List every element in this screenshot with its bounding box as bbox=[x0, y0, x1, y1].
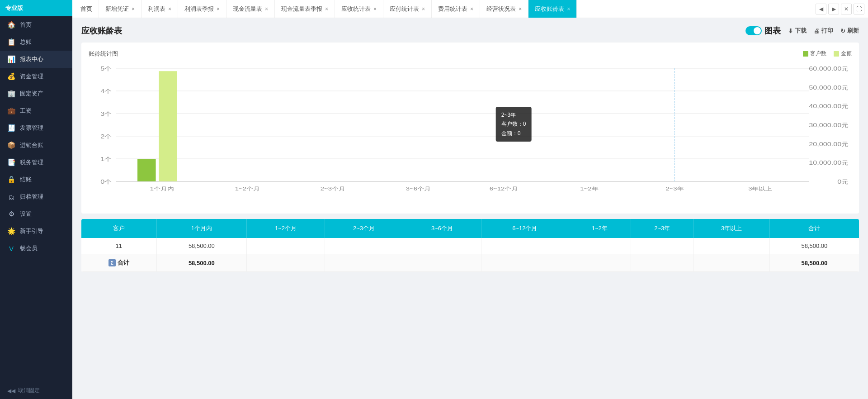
sidebar-item-tax[interactable]: 📑 税务管理 bbox=[0, 154, 72, 171]
total-label-text: 合计 bbox=[118, 259, 129, 267]
tab-close-all-btn[interactable]: ✕ bbox=[841, 4, 852, 14]
chart-title: 账龄统计图 bbox=[89, 50, 852, 58]
content-area: 应收账龄表 图表 ⬇ 下载 🖨 打印 ↻ 刷新 bbox=[72, 18, 868, 399]
tab-business[interactable]: 经营状况表 × bbox=[480, 0, 528, 18]
chart-container: 账龄统计图 客户数 金额 5个 4个 3个 2个 1个 bbox=[81, 43, 859, 214]
tab-expense-close[interactable]: × bbox=[470, 6, 473, 12]
sidebar-item-ledger[interactable]: 📋 总账 bbox=[0, 33, 72, 51]
tab-ar-aging-close[interactable]: × bbox=[567, 6, 570, 12]
tab-expense[interactable]: 费用统计表 × bbox=[432, 0, 480, 18]
tab-ar-aging-label: 应收账龄表 bbox=[535, 5, 564, 13]
sidebar-item-label: 发票管理 bbox=[20, 124, 43, 132]
tab-ar-stat-close[interactable]: × bbox=[373, 6, 377, 12]
cell-total: 58,500.00 bbox=[769, 238, 859, 254]
tab-business-close[interactable]: × bbox=[519, 6, 522, 12]
chart-svg-wrapper: 5个 4个 3个 2个 1个 0个 60,000.00元 50,000.00元 … bbox=[89, 62, 852, 206]
tab-ar-stat[interactable]: 应收统计表 × bbox=[335, 0, 383, 18]
sidebar-item-closing[interactable]: 🔒 结账 bbox=[0, 171, 72, 188]
guide-icon: 🌟 bbox=[7, 227, 15, 235]
svg-text:50,000.00元: 50,000.00元 bbox=[809, 85, 849, 90]
tab-home-label: 首页 bbox=[80, 5, 92, 13]
member-icon: V bbox=[7, 245, 15, 252]
print-button[interactable]: 🖨 打印 bbox=[814, 27, 833, 35]
tab-profit-close[interactable]: × bbox=[168, 6, 171, 12]
download-button[interactable]: ⬇ 下载 bbox=[788, 27, 807, 35]
main-area: 首页 新增凭证 × 利润表 × 利润表季报 × 现金流量表 × 现金流量表季报 … bbox=[72, 0, 868, 399]
sidebar-item-settings[interactable]: ⚙ 设置 bbox=[0, 205, 72, 223]
sidebar-item-guide[interactable]: 🌟 新手引导 bbox=[0, 223, 72, 240]
chart-toggle[interactable] bbox=[745, 26, 762, 35]
sidebar: 专业版 🏠 首页 📋 总账 📊 报表中心 💰 资金管理 🏢 固定资产 💼 工资 … bbox=[0, 0, 72, 399]
table-row: 11 58,500.00 58,500.00 bbox=[81, 238, 859, 254]
svg-text:1~2个月: 1~2个月 bbox=[235, 186, 260, 192]
svg-text:40,000.00元: 40,000.00元 bbox=[809, 103, 849, 109]
aging-table: 客户 1个月内 1~2个月 2~3个月 3~6个月 6~12个月 1~2年 2~… bbox=[81, 219, 859, 272]
tab-ap-stat[interactable]: 应付统计表 × bbox=[383, 0, 432, 18]
tab-cashflow-close[interactable]: × bbox=[265, 6, 268, 12]
tab-profit-quarter[interactable]: 利润表季报 × bbox=[178, 0, 226, 18]
tab-profit-quarter-label: 利润表季报 bbox=[184, 5, 214, 13]
total-m1: 58,500.00 bbox=[156, 254, 246, 272]
sidebar-item-archive[interactable]: 🗂 归档管理 bbox=[0, 188, 72, 205]
cell-m612 bbox=[481, 238, 568, 254]
tab-cashflow-quarter-close[interactable]: × bbox=[325, 6, 328, 12]
report-icon: 📊 bbox=[7, 55, 15, 63]
sidebar-item-label: 工资 bbox=[20, 107, 32, 115]
tab-prev-btn[interactable]: ◀ bbox=[816, 4, 826, 14]
sidebar-item-label: 报表中心 bbox=[20, 55, 43, 63]
tab-next-btn[interactable]: ▶ bbox=[828, 4, 839, 14]
tab-cashflow-quarter[interactable]: 现金流量表季报 × bbox=[275, 0, 335, 18]
total-label-wrapper: Σ 合计 bbox=[85, 259, 153, 267]
svg-text:10,000.00元: 10,000.00元 bbox=[809, 160, 849, 166]
ledger-icon: 📋 bbox=[7, 38, 15, 46]
unpin-label: 取消固定 bbox=[18, 387, 40, 394]
tab-ar-aging[interactable]: 应收账龄表 × bbox=[528, 0, 577, 18]
tab-voucher[interactable]: 新增凭证 × bbox=[99, 0, 142, 18]
svg-text:0个: 0个 bbox=[100, 179, 112, 185]
sidebar-item-label: 总账 bbox=[20, 38, 32, 46]
legend-amount-dot bbox=[834, 51, 839, 57]
sidebar-item-invoice[interactable]: 🧾 发票管理 bbox=[0, 119, 72, 137]
page-actions: 图表 ⬇ 下载 🖨 打印 ↻ 刷新 bbox=[745, 25, 859, 36]
tab-profit[interactable]: 利润表 × bbox=[142, 0, 178, 18]
sidebar-item-label: 税务管理 bbox=[20, 158, 43, 166]
sidebar-item-fund[interactable]: 💰 资金管理 bbox=[0, 68, 72, 85]
sidebar-item-report[interactable]: 📊 报表中心 bbox=[0, 51, 72, 68]
col-y12: 1~2年 bbox=[568, 219, 631, 238]
sidebar-item-label: 资金管理 bbox=[20, 72, 43, 81]
tab-business-label: 经营状况表 bbox=[486, 5, 516, 13]
legend-amount: 金额 bbox=[834, 50, 852, 57]
invoice-icon: 🧾 bbox=[7, 124, 15, 132]
cell-customer: 11 bbox=[81, 238, 156, 254]
svg-text:30,000.00元: 30,000.00元 bbox=[809, 122, 849, 128]
tab-ap-stat-close[interactable]: × bbox=[422, 6, 425, 12]
sidebar-item-salary[interactable]: 💼 工资 bbox=[0, 102, 72, 119]
tab-ar-stat-label: 应收统计表 bbox=[341, 5, 371, 13]
total-icon: Σ bbox=[108, 259, 116, 266]
table-total-row: Σ 合计 58,500.00 58,500.00 bbox=[81, 254, 859, 272]
svg-text:5个: 5个 bbox=[100, 66, 112, 71]
tab-voucher-close[interactable]: × bbox=[132, 6, 135, 12]
tab-cashflow[interactable]: 现金流量表 × bbox=[226, 0, 275, 18]
sidebar-item-stock[interactable]: 📦 进销台账 bbox=[0, 137, 72, 154]
svg-text:1个月内: 1个月内 bbox=[150, 186, 174, 192]
refresh-label: 刷新 bbox=[847, 27, 859, 35]
sidebar-item-member[interactable]: V 畅会员 bbox=[0, 240, 72, 257]
svg-text:3个: 3个 bbox=[100, 111, 112, 117]
sidebar-item-home[interactable]: 🏠 首页 bbox=[0, 16, 72, 33]
tab-ap-stat-label: 应付统计表 bbox=[390, 5, 419, 13]
refresh-icon: ↻ bbox=[840, 28, 845, 34]
sidebar-item-label: 结账 bbox=[20, 176, 32, 184]
refresh-button[interactable]: ↻ 刷新 bbox=[840, 27, 859, 35]
legend-customers-dot bbox=[803, 51, 808, 57]
sidebar-item-asset[interactable]: 🏢 固定资产 bbox=[0, 85, 72, 102]
tab-expand-btn[interactable]: ⛶ bbox=[854, 4, 864, 14]
cell-m1: 58,500.00 bbox=[156, 238, 246, 254]
unpin-button[interactable]: ◀◀ 取消固定 bbox=[0, 382, 72, 399]
tab-home[interactable]: 首页 bbox=[74, 0, 99, 18]
sidebar-item-label: 首页 bbox=[20, 21, 32, 29]
tab-expense-label: 费用统计表 bbox=[438, 5, 467, 13]
svg-text:2个: 2个 bbox=[100, 133, 112, 139]
tab-profit-quarter-close[interactable]: × bbox=[217, 6, 220, 12]
svg-text:1~2年: 1~2年 bbox=[580, 186, 598, 192]
